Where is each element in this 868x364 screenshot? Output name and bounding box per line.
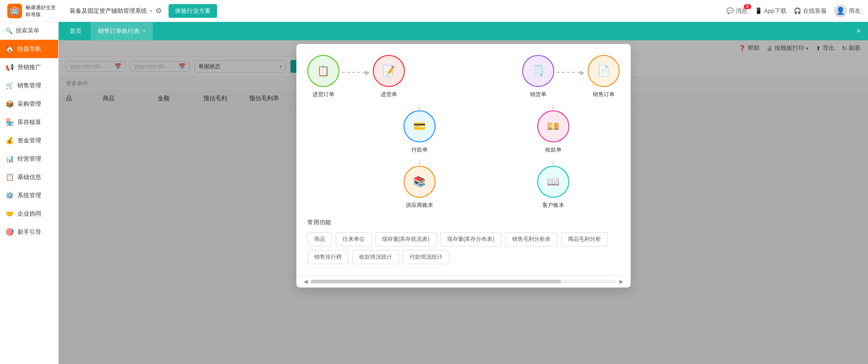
- finance-icon: 💰: [5, 136, 14, 145]
- func-btn-receipt-stats[interactable]: 收款情况统计: [352, 250, 399, 264]
- download-icon: 📱: [755, 7, 762, 14]
- avatar: 👤: [834, 5, 847, 17]
- flow-node-supplier[interactable]: 📚 供应商账本: [404, 166, 436, 209]
- sales-bill-icon: 🗒️: [522, 55, 554, 87]
- sidebar-item-basic[interactable]: 📋 基础信息: [0, 168, 58, 186]
- flow-node-sales-order[interactable]: 📄 销售订单: [588, 55, 620, 98]
- sales-bill-label: 销货单: [530, 91, 546, 98]
- payment-icon: 💳: [404, 110, 436, 142]
- scrollbar-track[interactable]: [311, 280, 617, 283]
- receipt-icon: 💴: [537, 110, 569, 142]
- func-btn-sales-ranking[interactable]: 销售排行榜: [307, 250, 349, 264]
- newbie-icon: 🎯: [5, 228, 14, 236]
- settings-icon[interactable]: ⚙: [152, 5, 165, 17]
- purchase-bill-label: 进货单: [381, 91, 397, 98]
- flow-node-payment[interactable]: 💳 付款单: [404, 110, 436, 154]
- func-btn-product[interactable]: 商品: [307, 232, 332, 246]
- message-badge: 6: [744, 4, 751, 9]
- scroll-left-icon[interactable]: ◀: [304, 278, 308, 285]
- sales-icon: 🛒: [5, 81, 14, 90]
- func-btn-sales-analysis[interactable]: 销售毛利分析表: [505, 232, 557, 246]
- inventory-icon: 🏪: [5, 118, 14, 126]
- scrollbar-thumb[interactable]: [311, 280, 562, 283]
- purchase-order-label: 进货订单: [312, 91, 334, 98]
- flow-node-receipt[interactable]: 💴 收款单: [537, 110, 569, 154]
- tab-sales-order[interactable]: 销售订单执行表 ×: [91, 22, 153, 40]
- quick-nav-icon: 🏠: [5, 45, 14, 53]
- sidebar-item-sales[interactable]: 🛒 销售管理: [0, 76, 58, 95]
- scroll-right-icon[interactable]: ▶: [619, 278, 623, 285]
- window-close-icon[interactable]: ×: [853, 27, 864, 35]
- func-btn-stock-dist[interactable]: 现存量(库存分布表): [440, 232, 502, 246]
- purchase-icon: 📦: [5, 100, 14, 108]
- service-icon: 🎧: [794, 7, 801, 14]
- modal-overlay: 📋 进货订单 ▶ 📝: [59, 40, 868, 364]
- app-download-button[interactable]: 📱 App下载: [755, 7, 786, 15]
- message-icon: 💬: [726, 7, 734, 14]
- user-menu[interactable]: 👤 用友: [834, 5, 861, 17]
- supplier-label: 供应商账本: [406, 201, 433, 209]
- flow-node-purchase-bill[interactable]: 📝 进货单: [373, 55, 405, 98]
- flow-node-sales-bill[interactable]: 🗒️ 销货单: [522, 55, 554, 98]
- func-btn-product-gross[interactable]: 商品毛利分析: [561, 232, 608, 246]
- flow-node-customer[interactable]: 📖 客户账本: [537, 166, 569, 209]
- flow-node-purchase-order[interactable]: 📋 进货订单: [307, 55, 339, 98]
- function-buttons-container: 商品 往来单位 现存量(库存状况表) 现存量(库存分布表) 销售毛利分析表 商品…: [307, 232, 620, 246]
- system-title: 装备及固定资产辅助管理系统: [70, 7, 147, 15]
- online-service-button[interactable]: 🎧 在线客服: [794, 7, 827, 15]
- message-button[interactable]: 💬 消息 6: [726, 7, 748, 15]
- purchase-order-icon: 📋: [307, 55, 339, 87]
- receipt-label: 收款单: [545, 146, 562, 154]
- tab-close-icon[interactable]: ×: [142, 28, 146, 34]
- customer-icon: 📖: [537, 166, 569, 198]
- logo-text: 畅康通好生意 标准版: [26, 4, 56, 17]
- modal-scrollbar[interactable]: ◀ ▶: [296, 275, 631, 288]
- sidebar-item-operations[interactable]: 📊 经营管理: [0, 150, 58, 168]
- experience-button[interactable]: 体验行业方案: [169, 4, 217, 18]
- sales-order-label: 销售订单: [593, 91, 615, 98]
- marketing-icon: 📢: [5, 63, 14, 71]
- sidebar-item-newbie[interactable]: 🎯 新手引导: [0, 223, 58, 241]
- sidebar-item-inventory[interactable]: 🏪 库存核算: [0, 113, 58, 131]
- search-menu[interactable]: 🔍 搜索菜单: [0, 22, 58, 40]
- enterprise-icon: 🤝: [5, 210, 14, 218]
- tab-home[interactable]: 首页: [62, 22, 89, 40]
- supplier-icon: 📚: [404, 166, 436, 198]
- sidebar-item-quick-nav[interactable]: 🏠 快捷导航: [0, 40, 58, 58]
- sales-order-icon: 📄: [588, 55, 620, 87]
- sidebar-item-marketing[interactable]: 📢 营销推广: [0, 58, 58, 76]
- func-btn-payment-stats[interactable]: 付款情况统计: [403, 250, 449, 264]
- purchase-bill-icon: 📝: [373, 55, 405, 87]
- system-icon: ⚙️: [5, 191, 14, 200]
- search-icon: 🔍: [5, 27, 13, 34]
- sidebar-item-system[interactable]: ⚙️ 系统管理: [0, 186, 58, 205]
- modal-dialog: 📋 进货订单 ▶ 📝: [296, 44, 631, 288]
- payment-label: 付款单: [411, 146, 428, 154]
- func-btn-stock-status[interactable]: 现存量(库存状况表): [375, 232, 437, 246]
- app-logo: 🏥: [7, 4, 22, 18]
- func-btn-partner[interactable]: 往来单位: [336, 232, 371, 246]
- customer-label: 客户账本: [542, 201, 564, 209]
- basic-icon: 📋: [5, 173, 14, 181]
- sidebar-item-purchase[interactable]: 📦 采购管理: [0, 95, 58, 113]
- common-functions-title: 常用功能: [307, 218, 620, 227]
- sidebar-item-enterprise[interactable]: 🤝 企业协同: [0, 205, 58, 223]
- operations-icon: 📊: [5, 155, 14, 163]
- sidebar-item-finance[interactable]: 💰 资金管理: [0, 131, 58, 150]
